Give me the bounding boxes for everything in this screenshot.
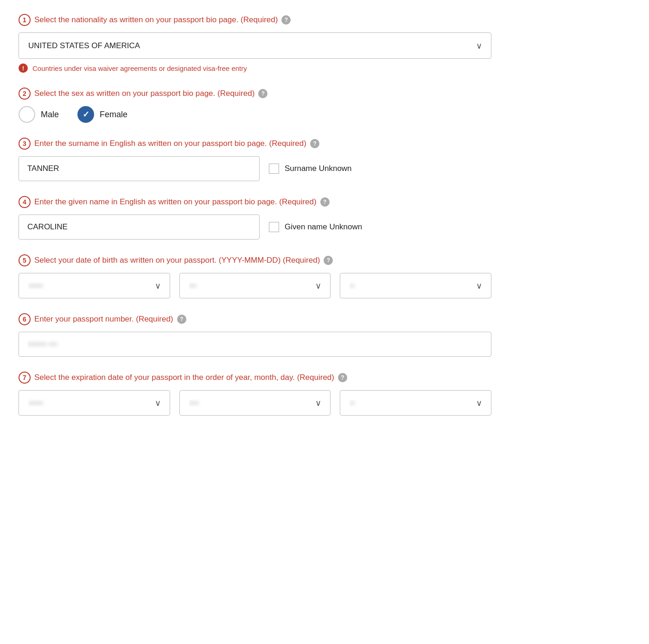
question-1-help-icon[interactable]: ? (281, 15, 291, 25)
question-5-help-icon[interactable]: ? (324, 256, 333, 265)
question-1-section: 1 Select the nationality as written on y… (19, 14, 491, 73)
question-4-number: 4 (19, 196, 31, 208)
question-1-label: 1 Select the nationality as written on y… (19, 14, 491, 26)
sex-female-radio[interactable] (77, 106, 94, 123)
question-5-text: Select your date of birth as written on … (34, 256, 320, 265)
question-6-number: 6 (19, 313, 31, 325)
sex-radio-group: Male Female (19, 106, 491, 123)
dob-month-dropdown[interactable]: ••• (179, 273, 331, 298)
question-4-section: 4 Enter the given name in English as wri… (19, 196, 491, 240)
question-4-help-icon[interactable]: ? (320, 197, 330, 207)
surname-input[interactable] (19, 156, 260, 181)
question-7-section: 7 Select the expiration date of your pas… (19, 372, 491, 416)
sex-female-option[interactable]: Female (77, 106, 127, 123)
question-4-label: 4 Enter the given name in English as wri… (19, 196, 491, 208)
question-2-number: 2 (19, 88, 31, 100)
exp-day-container: •• ∨ (340, 390, 491, 416)
question-1-number: 1 (19, 14, 31, 26)
sex-male-radio[interactable] (19, 106, 35, 123)
sex-female-label: Female (100, 110, 127, 120)
question-3-text: Enter the surname in English as written … (34, 139, 306, 148)
question-2-help-icon[interactable]: ? (258, 89, 267, 98)
dob-year-dropdown[interactable]: •••••• (19, 273, 170, 298)
dob-day-container: •• ∨ (340, 273, 491, 298)
question-3-help-icon[interactable]: ? (310, 139, 319, 148)
givenname-unknown-text: Given name Unknown (285, 222, 362, 232)
question-6-label: 6 Enter your passport number. (Required)… (19, 313, 491, 325)
dob-dropdowns: •••••• ∨ ••• ∨ •• ∨ (19, 273, 491, 298)
warning-text: Countries under visa waiver agreements o… (32, 64, 247, 72)
question-1-text: Select the nationality as written on you… (34, 15, 278, 25)
question-3-section: 3 Enter the surname in English as writte… (19, 138, 491, 181)
question-5-number: 5 (19, 254, 31, 266)
exp-year-container: •••••• ∨ (19, 390, 170, 416)
surname-unknown-checkbox[interactable] (269, 164, 279, 174)
nationality-warning: ! Countries under visa waiver agreements… (19, 63, 491, 73)
surname-unknown-text: Surname Unknown (285, 164, 352, 173)
exp-month-dropdown[interactable]: •••• (179, 390, 331, 416)
question-7-label: 7 Select the expiration date of your pas… (19, 372, 491, 384)
question-2-text: Select the sex as written on your passpo… (34, 89, 255, 98)
surname-input-row: Surname Unknown (19, 156, 491, 181)
exp-day-dropdown[interactable]: •• (340, 390, 491, 416)
exp-year-dropdown[interactable]: •••••• (19, 390, 170, 416)
nationality-dropdown[interactable]: UNITED STATES OF AMERICA (19, 32, 491, 59)
exp-date-dropdowns: •••••• ∨ •••• ∨ •• ∨ (19, 390, 491, 416)
question-7-text: Select the expiration date of your passp… (34, 373, 334, 382)
nationality-dropdown-container: UNITED STATES OF AMERICA ∨ (19, 32, 491, 59)
question-7-help-icon[interactable]: ? (338, 373, 347, 382)
givenname-input[interactable] (19, 215, 260, 240)
givenname-unknown-label[interactable]: Given name Unknown (269, 222, 362, 232)
passport-number-input[interactable] (19, 332, 491, 357)
question-5-section: 5 Select your date of birth as written o… (19, 254, 491, 298)
question-3-label: 3 Enter the surname in English as writte… (19, 138, 491, 150)
dob-year-container: •••••• ∨ (19, 273, 170, 298)
sex-male-option[interactable]: Male (19, 106, 59, 123)
dob-month-container: ••• ∨ (179, 273, 331, 298)
givenname-input-row: Given name Unknown (19, 215, 491, 240)
surname-unknown-label[interactable]: Surname Unknown (269, 164, 352, 174)
question-2-section: 2 Select the sex as written on your pass… (19, 88, 491, 123)
question-2-label: 2 Select the sex as written on your pass… (19, 88, 491, 100)
warning-icon: ! (19, 63, 28, 73)
question-5-label: 5 Select your date of birth as written o… (19, 254, 491, 266)
dob-day-dropdown[interactable]: •• (340, 273, 491, 298)
givenname-unknown-checkbox[interactable] (269, 222, 279, 232)
question-3-number: 3 (19, 138, 31, 150)
question-7-number: 7 (19, 372, 31, 384)
exp-month-container: •••• ∨ (179, 390, 331, 416)
question-4-text: Enter the given name in English as writt… (34, 197, 317, 207)
question-6-section: 6 Enter your passport number. (Required)… (19, 313, 491, 357)
question-6-help-icon[interactable]: ? (177, 315, 186, 324)
question-6-text: Enter your passport number. (Required) (34, 315, 173, 324)
sex-male-label: Male (41, 110, 59, 120)
